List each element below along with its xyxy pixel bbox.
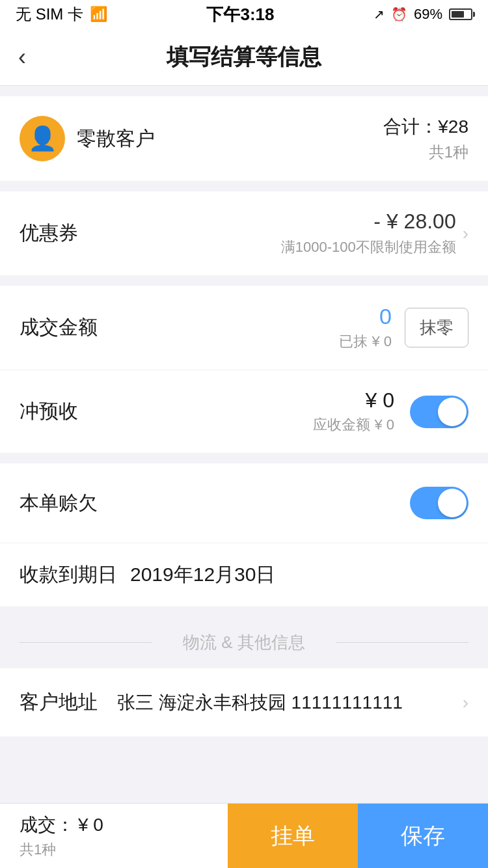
due-date-value: 2019年12月30日 [130,562,275,588]
coupon-discount: - ¥ 28.00 [281,210,456,234]
save-button-label: 保存 [401,821,445,851]
due-date-row-wrapper: 收款到期日 2019年12月30日 [0,543,488,606]
credit-label: 本单赊欠 [20,490,98,517]
logistics-label: 物流 & 其他信息 [183,631,305,654]
customer-total: 合计：¥28 共1种 [383,115,468,163]
wifi-icon: 📶 [90,6,107,23]
toggle-knob [438,398,467,426]
status-time: 下午3:18 [206,3,274,26]
address-chevron-icon: › [463,692,468,713]
alarm-icon: ⏰ [391,7,407,22]
carrier-label: 无 SIM 卡 [16,4,83,25]
coupon-description: 满1000-100不限制使用金额 [281,237,456,257]
logistics-line-left [20,642,152,643]
save-button[interactable]: 保存 [358,804,488,869]
transaction-amount-row: 成交金额 0 已抹 ¥ 0 抹零 [0,286,488,370]
credit-toggle-knob [438,489,467,517]
status-bar: 无 SIM 卡 📶 下午3:18 ↗ ⏰ 69% [0,0,488,29]
total-count-label: 共1种 [383,142,468,163]
customer-avatar: 👤 [20,116,65,161]
address-row[interactable]: 客户地址 张三 海淀永丰科技园 11111111111 › [0,668,488,737]
bottom-deal-value: ¥ 0 [78,815,103,835]
transaction-label: 成交金额 [20,314,98,341]
credit-section: 本单赊欠 收款到期日 2019年12月30日 [0,463,488,606]
hang-button[interactable]: 挂单 [228,804,358,869]
battery-label: 69% [414,6,442,23]
coupon-right: - ¥ 28.00 满1000-100不限制使用金额 › [281,210,468,257]
logistics-header-wrapper: 物流 & 其他信息 [0,617,488,668]
customer-section: 👤 零散客户 合计：¥28 共1种 [0,96,488,181]
status-right: ↗ ⏰ 69% [373,6,472,23]
total-amount-label: 合计：¥28 [383,115,468,139]
transaction-value: 0 [339,304,392,329]
address-section: 客户地址 张三 海淀永丰科技园 11111111111 › [0,668,488,737]
bottom-deal-row: 成交： ¥ 0 [20,813,208,837]
hang-button-label: 挂单 [271,821,315,851]
prepayment-right: ¥ 0 应收金额 ¥ 0 [313,388,468,435]
credit-toggle[interactable] [410,487,468,519]
status-left: 无 SIM 卡 📶 [16,4,107,25]
battery-icon [449,8,472,20]
transaction-value-col: 0 已抹 ¥ 0 [339,304,392,351]
prepayment-amount-col: ¥ 0 应收金额 ¥ 0 [313,388,394,435]
bottom-summary: 成交： ¥ 0 共1种 [0,813,228,860]
bottom-deal-label: 成交： [20,813,74,837]
logistics-header: 物流 & 其他信息 [0,617,488,668]
due-date-row: 收款到期日 2019年12月30日 [0,543,488,606]
customer-row: 👤 零散客户 合计：¥28 共1种 [0,96,488,181]
transaction-right: 0 已抹 ¥ 0 抹零 [339,304,468,351]
logistics-line-right [336,642,468,643]
nav-bar: ‹ 填写结算等信息 [0,29,488,86]
page-title: 填写结算等信息 [167,42,321,72]
coupon-label: 优惠券 [20,220,78,247]
chevron-right-icon: › [463,223,468,244]
round-button[interactable]: 抹零 [405,308,468,347]
location-icon: ↗ [373,7,385,22]
prepayment-toggle[interactable] [410,396,468,428]
prepayment-label: 冲预收 [20,398,78,425]
back-button[interactable]: ‹ [18,44,26,71]
address-value: 张三 海淀永丰科技园 11111111111 [117,690,463,715]
due-date-label: 收款到期日 [20,562,117,588]
customer-info: 👤 零散客户 [20,116,155,161]
transaction-section: 成交金额 0 已抹 ¥ 0 抹零 冲预收 ¥ 0 应收金额 ¥ 0 [0,286,488,453]
address-label: 客户地址 [20,689,98,716]
prepayment-row: 冲预收 ¥ 0 应收金额 ¥ 0 [0,370,488,453]
prepayment-sub: 应收金额 ¥ 0 [313,415,394,435]
bottom-count: 共1种 [20,840,208,860]
coupon-section: 优惠券 - ¥ 28.00 满1000-100不限制使用金额 › [0,191,488,275]
credit-row: 本单赊欠 [0,463,488,543]
transaction-sub: 已抹 ¥ 0 [339,332,392,351]
coupon-row[interactable]: 优惠券 - ¥ 28.00 满1000-100不限制使用金额 › [0,191,488,275]
coupon-info: - ¥ 28.00 满1000-100不限制使用金额 [281,210,456,257]
prepayment-amount: ¥ 0 [313,388,394,413]
customer-name: 零散客户 [77,126,155,152]
avatar-icon: 👤 [28,125,57,152]
bottom-bar: 成交： ¥ 0 共1种 挂单 保存 [0,803,488,868]
